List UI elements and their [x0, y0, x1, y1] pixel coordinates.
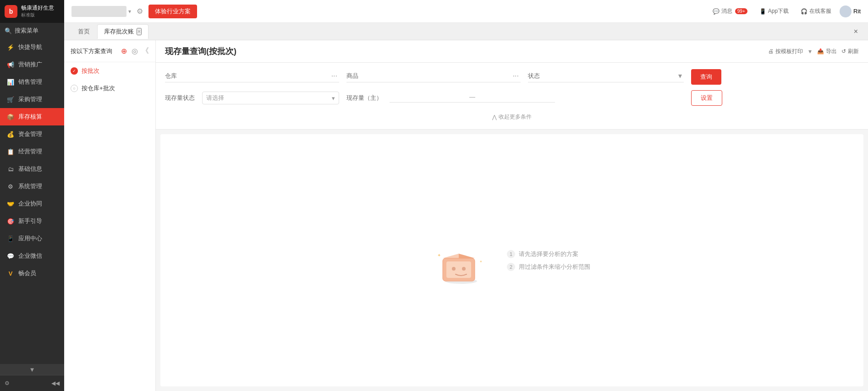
tabbar-actions: ×	[851, 26, 861, 38]
sidebar-item-finance[interactable]: 💰 资金管理	[0, 125, 64, 143]
export-btn[interactable]: 📤 导出	[817, 48, 837, 55]
stock-status-label: 现存量状态	[165, 94, 195, 102]
product-input[interactable]	[362, 72, 511, 79]
add-scheme-btn[interactable]: ⊕	[120, 46, 128, 56]
stock-main-to-input[interactable]	[478, 93, 555, 100]
scheme-settings-btn[interactable]: ◎	[131, 46, 139, 56]
sales-icon: 📊	[6, 78, 15, 86]
refresh-label: 刷新	[848, 48, 859, 55]
sidebar-item-label: 经营管理	[18, 147, 42, 156]
sidebar-nav: ⚡ 快捷导航 📢 营销推广 📊 销售管理 🛒 采购管理 📦 库存核算 💰 资金管…	[0, 38, 64, 364]
app-subtitle: 标准版	[21, 12, 54, 18]
svg-point-7	[462, 267, 466, 271]
print-chevron-btn[interactable]: ▾	[808, 47, 813, 56]
warehouse-filter: 仓库 ···	[165, 72, 339, 82]
online-service-btn[interactable]: 🎧 在线客服	[797, 5, 835, 17]
product-filter: 商品 ···	[346, 72, 521, 82]
sidebar-item-label: 系统管理	[18, 182, 42, 190]
scheme-active-icon: ✓	[71, 67, 78, 75]
sidebar-item-purchase[interactable]: 🛒 采购管理	[0, 91, 64, 108]
tab-home[interactable]: 首页	[71, 25, 96, 38]
sidebar-item-wechat[interactable]: 💬 企业微信	[0, 247, 64, 265]
tab-batch-account[interactable]: 库存批次账 ×	[97, 24, 148, 39]
search-icon: 🔍	[5, 27, 12, 34]
stock-status-chevron: ▾	[332, 95, 335, 102]
warehouse-more-btn[interactable]: ···	[330, 72, 339, 80]
sidebar-scroll-down-btn[interactable]: ▼	[0, 364, 64, 375]
sidebar-item-sales[interactable]: 📊 销售管理	[0, 73, 64, 91]
right-panel: 现存量查询(按批次) 🖨 按模板打印 ▾ 📤 导出 ↺ 刷新	[156, 40, 868, 391]
finance-icon: 💰	[6, 130, 15, 138]
sidebar-footer: ⚙ ◀◀	[0, 375, 64, 391]
basic-icon: 🗂	[6, 165, 15, 173]
status-input[interactable]	[544, 72, 676, 79]
wechat-icon: 💬	[6, 252, 15, 260]
status-label: 状态	[528, 72, 540, 80]
sidebar-item-vip[interactable]: V 畅会员	[0, 265, 64, 282]
user-menu[interactable]: Rit	[840, 5, 861, 17]
operations-icon: 📋	[6, 147, 15, 156]
marketing-icon: 📢	[6, 60, 15, 69]
app-download-label: App下载	[768, 7, 789, 15]
export-label: 导出	[826, 48, 837, 55]
stock-main-input-group: —	[390, 93, 555, 103]
sidebar-item-guide[interactable]: 🎯 新手引导	[0, 212, 64, 230]
breadcrumb-bg	[71, 6, 126, 17]
product-more-btn[interactable]: ···	[511, 72, 521, 80]
refresh-btn[interactable]: ↺ 刷新	[841, 48, 859, 55]
left-panel-collapse-btn[interactable]: 《	[142, 46, 149, 56]
filter-settings-button[interactable]: 设置	[691, 90, 722, 106]
app-icon: 📱	[759, 8, 766, 15]
sidebar-item-label: 企业微信	[18, 252, 42, 260]
avatar	[840, 5, 852, 17]
stock-main-from-input[interactable]	[390, 93, 467, 100]
tab-close-btn[interactable]: ×	[137, 28, 142, 35]
trial-industry-btn[interactable]: 体验行业方案	[148, 5, 197, 18]
scheme-item-by-batch[interactable]: ✓ 按批次	[64, 62, 155, 80]
tab-panel-close-btn[interactable]: ×	[851, 26, 861, 38]
sidebar-item-quick-nav[interactable]: ⚡ 快捷导航	[0, 38, 64, 56]
print-template-btn[interactable]: 🖨 按模板打印	[768, 48, 803, 55]
quick-nav-icon: ⚡	[6, 43, 15, 51]
warehouse-input[interactable]	[181, 72, 330, 79]
chevron-up-icon: ⋀	[492, 114, 497, 120]
empty-state: ✦ ✦ 1 请先选择要分析的方案 2 用过滤条件来缩小分析范围	[160, 134, 863, 386]
sidebar-item-operations[interactable]: 📋 经营管理	[0, 143, 64, 160]
tabbar: 首页 库存批次账 × ×	[64, 23, 868, 40]
sidebar-item-label: 畅会员	[18, 269, 36, 277]
system-icon: ⚙	[6, 182, 15, 190]
svg-marker-3	[459, 254, 475, 258]
sidebar-item-system[interactable]: ⚙ 系统管理	[0, 178, 64, 195]
messages-btn[interactable]: 💬 消息 99+	[709, 5, 751, 17]
left-panel: 按以下方案查询 ⊕ ◎ 《 ✓ 按批次 ○ 按仓库+批次	[64, 40, 156, 391]
stock-status-select[interactable]: 请选择 ▾	[202, 92, 339, 104]
svg-point-6	[452, 267, 456, 271]
sidebar-item-inventory[interactable]: 📦 库存核算	[0, 108, 64, 125]
sidebar-item-marketing[interactable]: 📢 营销推广	[0, 56, 64, 73]
sidebar-item-label: 库存核算	[18, 113, 42, 121]
scheme-item-by-warehouse-batch[interactable]: ○ 按仓库+批次	[64, 80, 155, 97]
sidebar-item-apps[interactable]: 📱 应用中心	[0, 230, 64, 247]
sidebar-search-label: 搜索菜单	[15, 27, 38, 35]
sidebar-item-enterprise[interactable]: 🤝 企业协同	[0, 195, 64, 212]
message-icon: 💬	[713, 8, 720, 15]
sidebar-search[interactable]: 🔍 搜索菜单	[0, 23, 64, 38]
sidebar-item-basic[interactable]: 🗂 基础信息	[0, 160, 64, 178]
inventory-icon: 📦	[6, 113, 15, 121]
query-button[interactable]: 查询	[691, 69, 721, 85]
apps-icon: 📱	[6, 234, 15, 243]
guide-icon: 🎯	[6, 217, 15, 225]
empty-hint-1: 1 请先选择要分析的方案	[507, 250, 590, 258]
headset-icon: 🎧	[801, 8, 808, 15]
product-label: 商品	[346, 72, 358, 80]
collapse-more-conditions[interactable]: ⋀ 收起更多条件	[165, 111, 859, 123]
breadcrumb: ▾	[71, 6, 131, 17]
sidebar-settings-btn[interactable]: ⚙	[5, 380, 10, 386]
app-download-btn[interactable]: 📱 App下载	[756, 5, 792, 17]
warehouse-label: 仓库	[165, 72, 177, 80]
print-icon: 🖨	[768, 48, 774, 54]
settings-topbar-btn[interactable]: ⚙	[136, 6, 144, 16]
settings-icon: ⚙	[5, 380, 10, 386]
status-chevron[interactable]: ▾	[676, 71, 684, 80]
sidebar-collapse-btn[interactable]: ◀◀	[51, 380, 60, 386]
